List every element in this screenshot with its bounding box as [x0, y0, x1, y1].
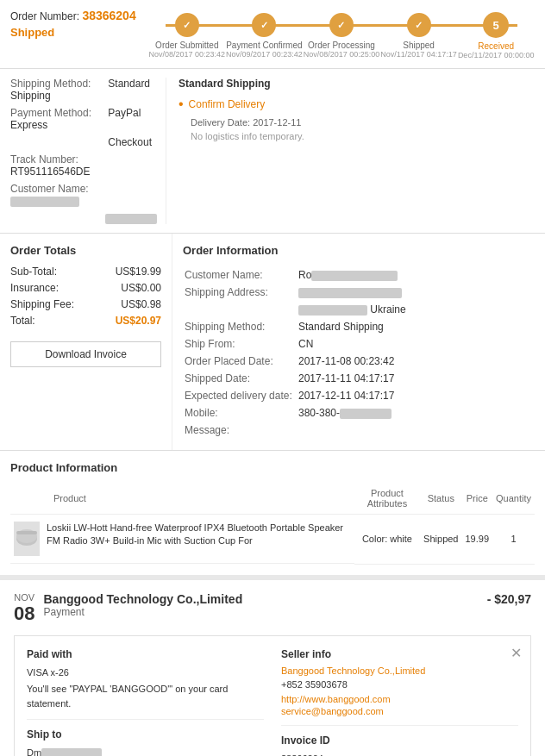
- col-attributes: Product Attributes: [354, 483, 420, 515]
- total-label: Total:: [10, 315, 35, 327]
- shipping-method-label: Shipping Method:: [10, 78, 105, 90]
- step-date-2: Nov/09/2017 00:23:42: [226, 50, 303, 59]
- expected-delivery-label: Expected delivery date:: [185, 388, 297, 403]
- shipping-fee-label: Shipping Fee:: [10, 298, 74, 310]
- ship-from-value: CN: [298, 336, 533, 352]
- no-logistics: No logistics info temporary.: [179, 131, 535, 141]
- order-info-table: Customer Name: Ro Shipping Address: Ukra…: [183, 266, 535, 440]
- payment-body: ✕ Paid with VISA x-26 You'll see "PAYPAL…: [14, 635, 531, 757]
- product-section: Product Information Product Product Attr…: [0, 451, 545, 575]
- customer-name-label: Customer Name:: [185, 267, 297, 283]
- mobile-blurred: [340, 409, 392, 419]
- step-label-5: Received: [478, 41, 514, 51]
- info-row-message: Message:: [185, 422, 533, 438]
- step-date-3: Nov/08/2017 00:25:00: [304, 50, 380, 59]
- product-quantity: 1: [492, 515, 535, 565]
- info-row-shipping-method: Shipping Method: Standard Shipping: [185, 319, 533, 334]
- divider-1: [27, 719, 264, 720]
- product-image: [14, 522, 40, 556]
- order-header: Order Number: 38366204 Shipped ✓ Order S…: [0, 0, 545, 69]
- ship-to-label: Ship to: [27, 728, 264, 740]
- download-invoice-button[interactable]: Download Invoice: [10, 341, 161, 367]
- payment-date-block: NOV 08 Banggood Technology Co.,Limited P…: [14, 592, 242, 625]
- subtotal-label: Sub-Total:: [10, 266, 57, 278]
- order-totals-title: Order Totals: [10, 244, 161, 257]
- shipping-address-label: Shipping Address:: [185, 284, 297, 300]
- svg-rect-2: [16, 531, 37, 534]
- placed-date-value: 2017-11-08 00:23:42: [298, 353, 533, 369]
- info-row-shipped-date: Shipped Date: 2017-11-11 04:17:17: [185, 371, 533, 386]
- shipped-date-label: Shipped Date:: [185, 371, 297, 386]
- order-number-label: Order Number:: [10, 10, 79, 22]
- address-blurred-1: [298, 288, 402, 298]
- info-row-mobile: Mobile: 380-380-: [185, 405, 533, 421]
- address-line2: Ukraine: [298, 302, 533, 317]
- product-attributes: Color: white: [354, 515, 420, 565]
- paid-with-label: Paid with: [27, 648, 264, 660]
- order-number-value: 38366204: [82, 9, 135, 22]
- step-label-4: Shipped: [403, 41, 435, 50]
- shipping-method-info-value: Standard Shipping: [298, 319, 533, 334]
- standard-shipping-title: Standard Shipping: [179, 78, 535, 90]
- shipping-method-row: Shipping Method: Standard Shipping: [10, 78, 166, 102]
- step-order-submitted: ✓ Order Submitted Nov/08/2017 00:23:42: [148, 13, 226, 59]
- col-price: Price: [461, 483, 492, 515]
- product-price: 19.99: [461, 515, 492, 565]
- product-table-body: Loskii LW-Hott Hand-free Waterproof IPX4…: [10, 515, 535, 565]
- step-received: 5 Received Dec/11/2017 00:00:00: [457, 12, 535, 59]
- col-product: Product: [10, 483, 354, 515]
- address-blurred-2: [298, 305, 367, 316]
- shipping-section: Shipping Method: Standard Shipping Payme…: [0, 69, 545, 234]
- shipping-address-value: [298, 284, 533, 300]
- product-table-header: Product Product Attributes Status Price …: [10, 483, 535, 515]
- payment-method-label: Payment Method:: [10, 107, 105, 119]
- progress-steps: ✓ Order Submitted Nov/08/2017 00:23:42 ✓…: [148, 12, 535, 59]
- shipping-fee-value: US$0.98: [121, 298, 161, 310]
- total-row: Total: US$20.97: [10, 315, 161, 327]
- info-row-placed-date: Order Placed Date: 2017-11-08 00:23:42: [185, 353, 533, 369]
- track-label: Track Number:: [10, 153, 105, 166]
- seller-website-link[interactable]: http://www.banggood.com: [281, 694, 518, 704]
- subtotal-row: Sub-Total: US$19.99: [10, 266, 161, 278]
- payment-company-block: Banggood Technology Co.,Limited Payment: [43, 592, 242, 618]
- info-row-ship-from: Ship From: CN: [185, 336, 533, 352]
- col-status: Status: [420, 483, 461, 515]
- step-date-5: Dec/11/2017 00:00:00: [458, 51, 535, 59]
- step-date-4: Nov/11/2017 04:17:17: [380, 50, 457, 59]
- message-label: Message:: [185, 422, 297, 438]
- seller-email-link[interactable]: service@banggood.com: [281, 706, 518, 716]
- product-name: Loskii LW-Hott Hand-free Waterproof IPX4…: [47, 522, 351, 548]
- seller-name-link[interactable]: Banggood Technology Co.,Limited: [281, 665, 518, 676]
- checkout-value: Checkout: [108, 136, 152, 148]
- info-row-address: Shipping Address:: [185, 284, 533, 300]
- shipped-date-value: 2017-11-11 04:17:17: [298, 371, 533, 386]
- info-row-address2: Ukraine: [185, 302, 533, 317]
- customer-blurred: [311, 271, 398, 281]
- payment-day: 08: [14, 603, 34, 625]
- payment-date: NOV 08: [14, 592, 34, 625]
- payment-cols: Paid with VISA x-26 You'll see "PAYPAL '…: [27, 648, 518, 757]
- seller-info-label: Seller info: [281, 648, 518, 660]
- invoice-id-label: Invoice ID: [281, 734, 518, 747]
- confirm-delivery-link[interactable]: Confirm Delivery: [179, 97, 535, 112]
- payment-col-right: Seller info Banggood Technology Co.,Limi…: [281, 648, 518, 757]
- payment-company: Banggood Technology Co.,Limited: [43, 592, 242, 606]
- order-bottom-section: Order Totals Sub-Total: US$19.99 Insuran…: [0, 234, 545, 451]
- mobile-label: Mobile:: [185, 405, 297, 421]
- shipping-fee-row: Shipping Fee: US$0.98: [10, 298, 161, 310]
- ship-name-blurred: [41, 748, 102, 756]
- progress-container: ✓ Order Submitted Nov/08/2017 00:23:42 ✓…: [148, 9, 535, 59]
- track-value: RT951116546DE: [10, 166, 91, 178]
- divider-3: [281, 725, 518, 726]
- insurance-label: Insurance:: [10, 282, 59, 294]
- close-icon[interactable]: ✕: [511, 645, 522, 661]
- product-section-title: Product Information: [10, 461, 535, 474]
- step-shipped: ✓ Shipped Nov/11/2017 04:17:17: [380, 13, 458, 59]
- shipping-right: Standard Shipping Confirm Delivery Deliv…: [166, 78, 535, 224]
- delivery-date: Delivery Date: 2017-12-11: [179, 117, 535, 128]
- checkout-row: Checkout: [10, 136, 166, 148]
- customer-name-value: Ro: [298, 267, 533, 283]
- order-status: Shipped: [10, 26, 148, 39]
- empty-label: [185, 302, 297, 317]
- step-circle-5: 5: [483, 12, 509, 38]
